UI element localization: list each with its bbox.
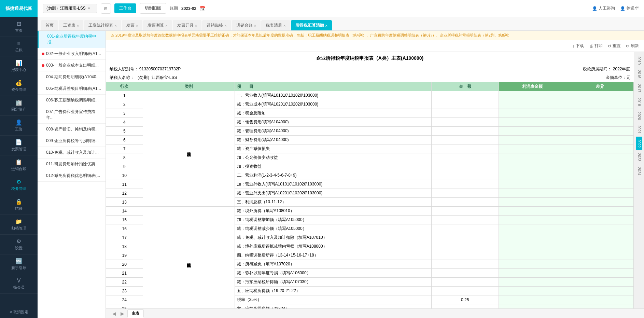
- cell-profit[interactable]: [499, 153, 566, 162]
- switch-old-button[interactable]: 切到旧版: [140, 3, 166, 14]
- close-icon[interactable]: ×: [136, 24, 138, 28]
- cell-profit[interactable]: [499, 171, 566, 180]
- cell-profit[interactable]: [499, 269, 566, 278]
- close-icon[interactable]: ×: [254, 24, 256, 28]
- reset-btn[interactable]: ↺ 重置: [608, 43, 621, 49]
- scroll-left-icon[interactable]: ◀: [111, 310, 117, 317]
- cell-diff[interactable]: [566, 295, 634, 304]
- sidebar-item-fund-mgmt[interactable]: 💰 资金管理: [0, 76, 38, 96]
- sidebar-item-member[interactable]: V 畅会员: [0, 274, 38, 294]
- left-panel-item-008[interactable]: 008-资产折旧、摊销及纳税...: [38, 124, 106, 135]
- copy-icon-btn[interactable]: ⊟: [101, 3, 111, 14]
- cell-amount[interactable]: [431, 171, 499, 180]
- cell-profit[interactable]: [499, 136, 566, 144]
- tab-payroll[interactable]: 工资表 ×: [59, 20, 83, 30]
- cell-amount[interactable]: [431, 304, 499, 309]
- year-2021[interactable]: 2021: [636, 123, 642, 136]
- cell-amount[interactable]: [431, 242, 499, 251]
- year-2020[interactable]: 2020: [636, 109, 642, 123]
- cell-profit[interactable]: [499, 91, 566, 100]
- cell-diff[interactable]: [566, 180, 634, 189]
- cell-diff[interactable]: [566, 127, 634, 136]
- cell-amount[interactable]: [431, 216, 499, 224]
- cell-amount[interactable]: [431, 109, 499, 118]
- table-container[interactable]: 企业所得税年度纳税申报表（A类）主表(A100000) 纳税人识别号： 9132…: [106, 52, 634, 308]
- cell-amount[interactable]: [431, 127, 499, 136]
- cell-diff[interactable]: [566, 216, 634, 224]
- sidebar-item-fixed-assets[interactable]: 🏢 固定资产: [0, 96, 38, 116]
- left-panel-item-010[interactable]: 010-免税、减计收入及加计...: [38, 147, 106, 158]
- cell-diff[interactable]: [566, 91, 634, 100]
- cell-profit[interactable]: [499, 118, 566, 127]
- cell-diff[interactable]: [566, 304, 634, 309]
- cell-profit[interactable]: [499, 189, 566, 198]
- cell-amount[interactable]: 0.25: [431, 295, 499, 304]
- user-profile[interactable]: 👤 徐道华: [620, 5, 639, 11]
- cell-diff[interactable]: [566, 162, 634, 171]
- close-icon[interactable]: ×: [114, 24, 116, 28]
- cell-diff[interactable]: [566, 287, 634, 295]
- cell-diff[interactable]: [566, 118, 634, 127]
- cell-profit[interactable]: [499, 278, 566, 287]
- left-panel-item-001[interactable]: 001-企业所得税年度纳税申报...: [38, 31, 106, 48]
- calendar-icon[interactable]: 📅: [200, 6, 206, 11]
- scroll-right-icon[interactable]: ▶: [119, 310, 126, 317]
- year-2016[interactable]: 2016: [636, 67, 642, 81]
- cell-amount[interactable]: [431, 189, 499, 198]
- sidebar-item-home[interactable]: ⊞ 首页: [0, 17, 38, 37]
- cell-amount[interactable]: [431, 153, 499, 162]
- cell-diff[interactable]: [566, 224, 634, 233]
- year-2022[interactable]: 2022: [636, 137, 642, 150]
- left-panel-item-007[interactable]: 007-广告费和业务宣传费跨年...: [38, 106, 106, 124]
- sidebar-item-payroll[interactable]: 👤 工资: [0, 116, 38, 136]
- cell-profit[interactable]: [499, 127, 566, 136]
- cell-amount[interactable]: [431, 269, 499, 278]
- left-panel-item-006[interactable]: 006-职工薪酬纳税调整明细...: [38, 95, 106, 106]
- sidebar-item-general-ledger[interactable]: ≡ 总账: [0, 37, 38, 56]
- tab-invoice-open[interactable]: 发票开具 ×: [173, 20, 201, 30]
- tab-home[interactable]: 首页: [41, 20, 58, 30]
- cell-amount[interactable]: [431, 287, 499, 295]
- close-icon[interactable]: ×: [224, 24, 226, 28]
- left-panel-item-009[interactable]: 009-企业所得税补亏损明细...: [38, 135, 106, 147]
- cell-amount[interactable]: [431, 198, 499, 207]
- tab-tax-list[interactable]: 税表清册 ×: [261, 20, 290, 30]
- cell-profit[interactable]: [499, 233, 566, 242]
- cell-profit[interactable]: [499, 216, 566, 224]
- year-2018[interactable]: 2018: [636, 95, 642, 109]
- left-panel-item-004[interactable]: 004-期间费用明细表(A1040...: [38, 71, 106, 83]
- cell-amount[interactable]: [431, 136, 499, 144]
- year-2017[interactable]: 2017: [636, 81, 642, 95]
- close-icon[interactable]: ×: [77, 24, 79, 28]
- cell-diff[interactable]: [566, 109, 634, 118]
- cell-amount[interactable]: [431, 207, 499, 216]
- cell-diff[interactable]: [566, 251, 634, 260]
- company-selector[interactable]: (勿删）江西服宝-LSS ▼: [43, 4, 97, 13]
- sidebar-item-tax-mgmt[interactable]: ⚙ 税务管理: [0, 175, 38, 195]
- cell-diff[interactable]: [566, 207, 634, 216]
- cell-diff[interactable]: [566, 260, 634, 269]
- cell-amount[interactable]: [431, 251, 499, 260]
- cell-profit[interactable]: [499, 207, 566, 216]
- tab-sales-ledger[interactable]: 进销台账 ×: [232, 20, 261, 30]
- left-panel-item-011[interactable]: 011-研发费用加计扣除优惠...: [38, 158, 106, 170]
- workbench-button[interactable]: 工作台: [114, 3, 136, 13]
- tab-invoice-calc[interactable]: 发票测算 ×: [143, 20, 172, 30]
- cell-diff[interactable]: [566, 189, 634, 198]
- close-icon[interactable]: ×: [283, 24, 285, 28]
- cell-amount[interactable]: [431, 260, 499, 269]
- cell-amount[interactable]: [431, 278, 499, 287]
- cell-profit[interactable]: [499, 304, 566, 309]
- cell-diff[interactable]: [566, 278, 634, 287]
- cell-diff[interactable]: [566, 136, 634, 144]
- tab-invoice[interactable]: 发票 ×: [122, 20, 142, 30]
- cell-amount[interactable]: [431, 224, 499, 233]
- sidebar-item-sales-ledger[interactable]: 📋 进销台账: [0, 155, 38, 175]
- ai-consult-btn[interactable]: 👤 人工咨询: [592, 5, 615, 11]
- cell-diff[interactable]: [566, 242, 634, 251]
- cell-amount[interactable]: [431, 144, 499, 153]
- year-2024[interactable]: 2024: [636, 164, 642, 178]
- tab-payroll-stats[interactable]: 工资统计报表 ×: [84, 20, 121, 30]
- year-2019[interactable]: 2019: [636, 54, 642, 67]
- cell-amount[interactable]: [431, 180, 499, 189]
